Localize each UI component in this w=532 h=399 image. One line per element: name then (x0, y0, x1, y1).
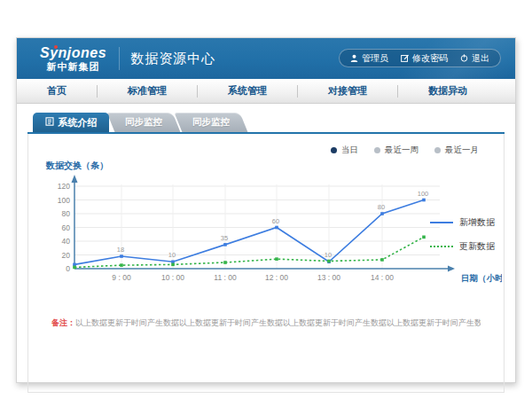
document-icon (45, 117, 54, 128)
tab-label: 系统介绍 (59, 116, 98, 129)
svg-text:40: 40 (62, 237, 71, 246)
header-divider (119, 47, 120, 70)
admin-user-label: 管理员 (362, 52, 388, 65)
page: Synjones 新中新集团 数据资源中心 管理员 修改密码 (0, 0, 532, 399)
legend-solid-line-icon (430, 222, 453, 223)
tab-sync-monitor-2[interactable]: 同步监控 (178, 113, 244, 132)
nav-item-system-mgmt[interactable]: 系统管理 (198, 84, 297, 98)
filter-label: 当日 (341, 145, 358, 156)
svg-text:60: 60 (62, 223, 71, 232)
footnote-text: 以上数据更新于时间产生数据以上数据更新于时间产生数据以上数据更新于时间产生数据以… (75, 318, 481, 327)
legend-new-data[interactable]: 新增数据 (430, 216, 495, 229)
tab-label: 同步监控 (192, 116, 230, 129)
svg-text:13 : 00: 13 : 00 (317, 273, 340, 282)
tab-underline (27, 132, 505, 134)
radio-icon (434, 147, 441, 153)
svg-text:80: 80 (378, 203, 385, 211)
tab-sync-monitor-1[interactable]: 同步监控 (111, 113, 176, 132)
filter-label: 最近一周 (385, 145, 419, 156)
company-logo: Synjones 新中新集团 (40, 46, 106, 72)
legend-label: 新增数据 (459, 216, 495, 229)
user-icon (350, 54, 358, 62)
radio-icon (374, 147, 380, 153)
logout-button[interactable]: 退出 (460, 52, 489, 65)
logo-red-dot (54, 45, 58, 49)
tab-system-intro[interactable]: 系统介绍 (33, 113, 109, 132)
svg-text:10 : 00: 10 : 00 (161, 273, 184, 282)
main-nav: 首页 标准管理 系统管理 对接管理 数据异动 (17, 79, 515, 104)
user-toolbar: 管理员 修改密码 退出 (339, 49, 501, 67)
radio-selected-icon (331, 147, 337, 153)
nav-item-home[interactable]: 首页 (17, 84, 97, 98)
filter-label: 最近一月 (445, 145, 479, 156)
chart-y-axis-title: 数据交换（条） (46, 160, 504, 172)
svg-text:80: 80 (62, 209, 71, 218)
admin-user-button[interactable]: 管理员 (350, 52, 388, 65)
svg-text:10: 10 (325, 251, 332, 259)
svg-text:60: 60 (272, 217, 279, 225)
filter-last-week[interactable]: 最近一周 (374, 145, 419, 156)
chart-panel: 当日 最近一周 最近一月 数据交换（条） 0204060801001209 : … (27, 134, 505, 393)
change-password-button[interactable]: 修改密码 (401, 52, 448, 65)
chart-legend: 新增数据 更新数据 (430, 216, 495, 253)
svg-text:100: 100 (58, 196, 70, 205)
app-header: Synjones 新中新集团 数据资源中心 管理员 修改密码 (17, 38, 515, 79)
svg-text:35: 35 (221, 234, 228, 242)
svg-text:12 : 00: 12 : 00 (265, 273, 288, 282)
logout-label: 退出 (472, 52, 489, 65)
filter-today[interactable]: 当日 (331, 145, 358, 156)
svg-text:18: 18 (117, 246, 124, 254)
nav-item-connect-mgmt[interactable]: 对接管理 (298, 84, 397, 98)
filter-last-month[interactable]: 最近一月 (434, 145, 479, 156)
legend-dashed-line-icon (430, 246, 453, 247)
time-range-filters: 当日 最近一周 最近一月 (28, 139, 504, 156)
power-icon (460, 54, 468, 62)
chart-container: 0204060801001209 : 0010 : 0011 : 0012 : … (41, 174, 504, 294)
logo-sub-text: 新中新集团 (40, 62, 106, 72)
app-window: Synjones 新中新集团 数据资源中心 管理员 修改密码 (16, 37, 516, 383)
svg-text:14 : 00: 14 : 00 (371, 273, 394, 282)
footnote: 备注：以上数据更新于时间产生数据以上数据更新于时间产生数据以上数据更新于时间产生… (51, 317, 481, 329)
change-password-label: 修改密码 (412, 52, 448, 65)
edit-icon (401, 54, 409, 62)
footnote-prefix: 备注： (51, 318, 75, 327)
svg-text:120: 120 (58, 182, 70, 191)
tab-label: 同步监控 (125, 116, 162, 129)
legend-label: 更新数据 (459, 240, 495, 253)
svg-text:9 : 00: 9 : 00 (112, 273, 131, 282)
logo-brand-text: Synjones (40, 46, 106, 60)
legend-update-data[interactable]: 更新数据 (430, 240, 495, 253)
svg-text:日期（小时）: 日期（小时） (461, 273, 502, 284)
nav-item-standard-mgmt[interactable]: 标准管理 (98, 84, 197, 98)
svg-text:20: 20 (62, 251, 71, 260)
tab-bar: 系统介绍 同步监控 同步监控 (33, 113, 505, 132)
page-title: 数据资源中心 (130, 51, 215, 67)
svg-text:11 : 00: 11 : 00 (214, 273, 237, 282)
nav-item-data-change[interactable]: 数据异动 (398, 84, 497, 98)
svg-text:0: 0 (66, 264, 70, 273)
svg-text:100: 100 (418, 190, 429, 198)
content-area: 系统介绍 同步监控 同步监控 当日 (17, 104, 515, 393)
svg-text:10: 10 (168, 251, 176, 259)
